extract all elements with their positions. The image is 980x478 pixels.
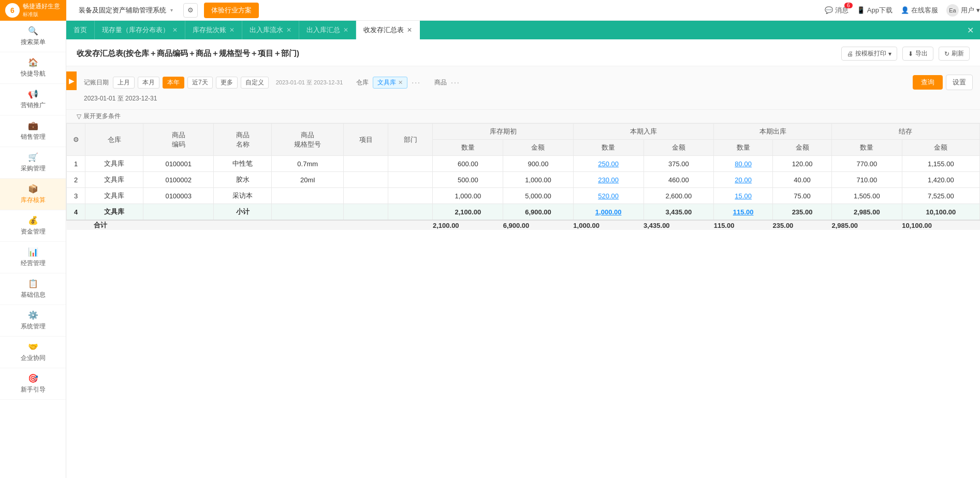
sidebar-item-label: 营销推广 [21, 101, 46, 110]
row-in-qty[interactable]: 1,000.00 [573, 204, 643, 221]
messages-badge: 6 [844, 3, 853, 8]
export-button[interactable]: ⬇ 导出 [902, 47, 933, 61]
settings-gear-button[interactable]: ⚙ [183, 3, 198, 18]
query-actions: 查询 设置 [913, 75, 973, 90]
set-button[interactable]: 设置 [946, 75, 973, 90]
message-icon: 💬 [825, 6, 833, 14]
topbar-right: 💬 消息 6 📱 App下载 👤 在线客服 Ea 用户 ▾ [825, 4, 980, 17]
tab-close-inventory-dist[interactable]: ✕ [172, 26, 178, 34]
print-button[interactable]: 🖨 按模板打印 ▾ [841, 47, 897, 61]
sidebar-item-system[interactable]: ⚙️ 系统管理 [0, 305, 66, 337]
row-out-qty[interactable]: 20.00 [714, 172, 773, 188]
sidebar-item-purchase[interactable]: 🛒 采购管理 [0, 147, 66, 179]
warehouse-tag[interactable]: 文具库 ✕ [373, 77, 407, 89]
sidebar-item-guide[interactable]: 🎯 新手引导 [0, 368, 66, 400]
tab-close-receive-summary[interactable]: ✕ [407, 26, 412, 34]
date-btn-custom[interactable]: 自定义 [241, 77, 269, 89]
row-bal-qty: 710.00 [831, 172, 902, 188]
dropdown-icon[interactable]: ▾ [170, 7, 173, 13]
row-init-qty: 2,100.00 [433, 204, 503, 221]
tab-receive-summary[interactable]: 收发存汇总表 ✕ [356, 21, 420, 39]
filter-row-2: 2023-01-01 至 2023-12-31 [84, 92, 973, 106]
warehouse-ellipsis[interactable]: ··· [412, 78, 421, 86]
row-bal-qty: 770.00 [831, 156, 902, 172]
download-icon: 📱 [857, 6, 865, 14]
app-download-button[interactable]: 📱 App下载 [857, 6, 893, 15]
tab-close-inout-summary[interactable]: ✕ [343, 26, 348, 34]
app-logo: 6 畅捷通好生意 标准版 [0, 0, 66, 21]
tab-close-inout-flow[interactable]: ✕ [286, 26, 291, 34]
row-no: 2 [67, 172, 85, 188]
expand-conditions-button[interactable]: ▽ 展开更多条件 [77, 112, 121, 121]
sidebar-item-basic-info[interactable]: 📋 基础信息 [0, 273, 66, 305]
row-code: 0100003 [143, 188, 214, 204]
sidebar-item-operations[interactable]: 📊 经营管理 [0, 242, 66, 273]
footer-out-qty: 115.00 [714, 220, 773, 230]
row-init-amt: 1,000.00 [503, 172, 574, 188]
row-in-amt: 2,600.00 [643, 188, 714, 204]
refresh-icon: ↻ [944, 50, 949, 57]
tab-inout-summary[interactable]: 出入库汇总 ✕ [299, 21, 356, 39]
user-menu[interactable]: Ea 用户 ▾ [946, 4, 980, 17]
tab-home[interactable]: 首页 [66, 21, 95, 39]
trial-button[interactable]: 体验行业方案 [204, 3, 259, 18]
row-dept [388, 172, 433, 188]
tab-batch-ledger[interactable]: 库存批次账 ✕ [185, 21, 242, 39]
row-in-qty[interactable]: 250.00 [573, 156, 643, 172]
sidebar-item-marketing[interactable]: 📢 营销推广 [0, 84, 66, 115]
date-btn-more[interactable]: 更多 [216, 77, 238, 89]
tab-inventory-dist[interactable]: 现存量（库存分布表） ✕ [95, 21, 185, 39]
row-init-amt: 5,000.00 [503, 188, 574, 204]
date-btn-7days[interactable]: 近7天 [187, 77, 213, 89]
tab-close-batch-ledger[interactable]: ✕ [229, 26, 235, 34]
sidebar-item-finance[interactable]: 💰 资金管理 [0, 210, 66, 242]
row-bal-qty: 1,505.00 [831, 188, 902, 204]
warehouse-label: 仓库 [356, 78, 369, 87]
sidebar-item-inventory[interactable]: 📦 库存核算 [0, 179, 66, 210]
tab-inout-flow[interactable]: 出入库流水 ✕ [242, 21, 299, 39]
online-service-button[interactable]: 👤 在线客服 [901, 6, 938, 15]
row-out-qty[interactable]: 15.00 [714, 188, 773, 204]
row-code [143, 204, 214, 221]
row-in-qty[interactable]: 520.00 [573, 188, 643, 204]
print-icon: 🖨 [847, 50, 853, 57]
row-in-qty[interactable]: 230.00 [573, 172, 643, 188]
col-code: 商品编码 [143, 124, 214, 156]
refresh-button[interactable]: ↻ 刷新 [939, 47, 970, 61]
date-btn-this-year[interactable]: 本年 [163, 77, 184, 89]
sidebar: 🔍 搜索菜单 🏠 快捷导航 📢 营销推广 💼 销售管理 🛒 采购管理 📦 库存核… [0, 21, 66, 478]
date-btn-this-month[interactable]: 本月 [138, 77, 159, 89]
page-content: 收发存汇总表(按仓库＋商品编码＋商品＋规格型号＋项目＋部门) 🖨 按模板打印 ▾… [66, 39, 980, 478]
sidebar-item-label: 系统管理 [21, 322, 46, 331]
sidebar-item-sales[interactable]: 💼 销售管理 [0, 115, 66, 147]
row-dept [388, 204, 433, 221]
page-title: 收发存汇总表(按仓库＋商品编码＋商品＋规格型号＋项目＋部门) [77, 49, 299, 59]
col-in-amt: 金额 [643, 140, 714, 156]
table-container: ⚙ 仓库 商品编码 商品名称 商品规格型号 项目 部门 库存期初 本期入库 本期… [66, 123, 980, 478]
table-row: 1文具库0100001中性笔0.7mm600.00900.00250.00375… [67, 156, 980, 172]
goods-ellipsis[interactable]: ··· [451, 78, 460, 86]
sidebar-item-search[interactable]: 🔍 搜索菜单 [0, 21, 66, 52]
row-out-qty[interactable]: 80.00 [714, 156, 773, 172]
row-name: 中性笔 [214, 156, 272, 172]
row-code: 0100002 [143, 172, 214, 188]
row-warehouse: 文具库 [85, 204, 143, 221]
sidebar-item-enterprise[interactable]: 🤝 企业协同 [0, 337, 66, 368]
messages-button[interactable]: 💬 消息 6 [825, 6, 849, 15]
col-name: 商品名称 [214, 124, 272, 156]
sidebar-item-quick-nav[interactable]: 🏠 快捷导航 [0, 52, 66, 84]
row-spec [272, 188, 343, 204]
col-settings[interactable]: ⚙ [67, 124, 85, 156]
marketing-icon: 📢 [28, 89, 38, 99]
row-warehouse: 文具库 [85, 172, 143, 188]
tab-bar-close-button[interactable]: ✕ [961, 25, 980, 35]
warehouse-tag-close[interactable]: ✕ [398, 79, 403, 86]
date-btn-last-month[interactable]: 上月 [113, 77, 135, 89]
query-button[interactable]: 查询 [913, 75, 943, 90]
header-actions: 🖨 按模板打印 ▾ ⬇ 导出 ↻ 刷新 [841, 47, 970, 61]
row-spec [272, 204, 343, 221]
row-out-qty[interactable]: 115.00 [714, 204, 773, 221]
filter-toggle-button[interactable]: ▶ [66, 71, 77, 90]
expand-bar: ▽ 展开更多条件 [66, 110, 980, 123]
footer-bal-amt: 10,100.00 [902, 220, 979, 230]
